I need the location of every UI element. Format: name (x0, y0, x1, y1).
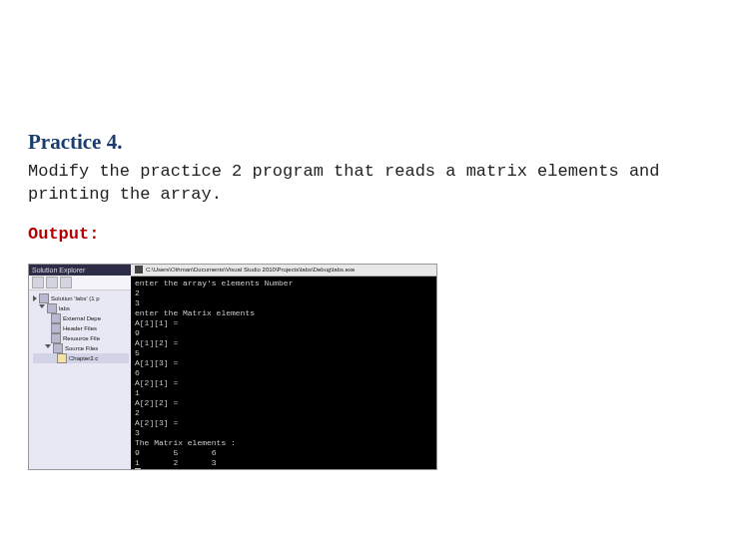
app-icon (135, 266, 143, 274)
tree-item[interactable]: Chapter2.c (33, 353, 129, 363)
tree-item[interactable]: External Depe (33, 313, 129, 323)
folder-icon (53, 343, 63, 353)
folder-icon (51, 313, 61, 323)
console-titlebar: C:\Users\Othman\Documents\Visual Studio … (131, 265, 436, 277)
tree-item-label: Chapter2.c (69, 353, 98, 363)
toolbar-button[interactable] (60, 277, 72, 288)
sln-icon (39, 293, 49, 303)
solution-explorer-title: Solution Explorer (29, 265, 131, 276)
tree-item[interactable]: Resource File (33, 333, 129, 343)
tree-item[interactable]: Solution 'labs' (1 p (33, 293, 129, 303)
tree-item[interactable]: Source Files (33, 343, 129, 353)
expand-icon[interactable] (39, 304, 45, 311)
screenshot-frame: Solution Explorer Solution 'labs' (1 pla… (28, 264, 437, 470)
tree-item[interactable]: labs (33, 303, 129, 313)
output-label: Output: (28, 225, 706, 244)
tree-item[interactable]: Header Files (33, 323, 129, 333)
solution-tree: Solution 'labs' (1 plabsExternal DepeHea… (29, 290, 131, 363)
folder-icon (51, 323, 61, 333)
solution-explorer-panel: Solution Explorer Solution 'labs' (1 pla… (29, 265, 131, 469)
document-page: Practice 4. Modify the practice 2 progra… (0, 0, 734, 470)
console-output: enter the array's elements Number 2 3 en… (131, 277, 436, 470)
practice-body: Modify the practice 2 program that reads… (28, 161, 706, 207)
tree-item-label: External Depe (63, 313, 101, 323)
expand-icon[interactable] (45, 344, 51, 351)
toolbar-button[interactable] (46, 277, 58, 288)
toolbar-button[interactable] (32, 277, 44, 288)
solution-explorer-toolbar (29, 276, 131, 290)
folder-icon (51, 333, 61, 343)
file-icon (57, 353, 67, 363)
cursor (135, 468, 141, 470)
practice-title: Practice 4. (28, 130, 706, 155)
console-text: enter the array's elements Number 2 3 en… (135, 279, 293, 467)
tree-item-label: labs (59, 303, 70, 313)
console-title-text: C:\Users\Othman\Documents\Visual Studio … (146, 267, 355, 273)
expand-icon[interactable] (33, 295, 37, 301)
tree-item-label: Source Files (65, 343, 98, 353)
proj-icon (47, 303, 57, 313)
tree-item-label: Solution 'labs' (1 p (51, 293, 100, 303)
console-window: C:\Users\Othman\Documents\Visual Studio … (131, 265, 436, 469)
tree-item-label: Header Files (63, 323, 97, 333)
tree-item-label: Resource File (63, 333, 100, 343)
